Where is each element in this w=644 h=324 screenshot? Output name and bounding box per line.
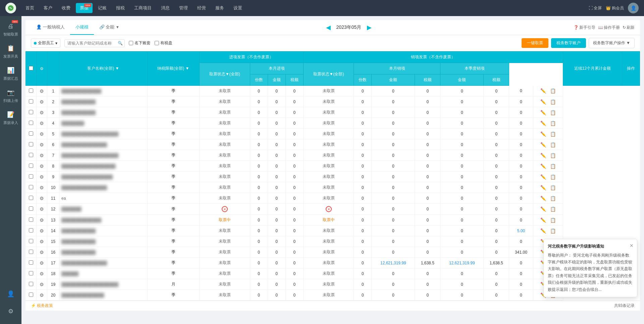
settings-icon[interactable]: ⚙ xyxy=(39,141,45,148)
nav-item-报税[interactable]: 报税 xyxy=(112,3,129,13)
td-settings[interactable]: ⚙ xyxy=(37,86,47,96)
row-check[interactable] xyxy=(29,217,33,222)
settings-icon[interactable]: ⚙ xyxy=(39,228,45,234)
copy-icon[interactable]: 📋 xyxy=(549,131,556,137)
quarter-amount-link[interactable]: 12,621,319.99 xyxy=(449,261,475,265)
td-name[interactable]: ████████████████████ xyxy=(59,279,148,290)
td-settings[interactable]: ⚙ xyxy=(37,139,47,150)
copy-icon[interactable]: 📋 xyxy=(549,99,556,105)
row-check[interactable] xyxy=(29,131,33,136)
digital-account-btn[interactable]: 税务数字账户 xyxy=(551,38,586,48)
td-check[interactable] xyxy=(26,107,37,118)
new-guide-btn[interactable]: ❓ 新手引导 xyxy=(574,25,595,30)
copy-icon[interactable]: 📋 xyxy=(549,217,556,223)
tab-small-scale[interactable]: 小规模 xyxy=(70,20,94,35)
td-check[interactable] xyxy=(26,225,37,236)
settings-icon[interactable]: ⚙ xyxy=(39,88,45,94)
popup-close-btn[interactable]: ✕ xyxy=(630,242,634,249)
row-check[interactable] xyxy=(29,271,33,275)
nav-item-工商项目[interactable]: 工商项目 xyxy=(130,3,156,13)
settings-icon[interactable]: ⚙ xyxy=(39,131,45,137)
row-check[interactable] xyxy=(29,206,33,211)
edit-icon[interactable]: ✏️ xyxy=(540,195,547,202)
copy-icon[interactable]: 📋 xyxy=(549,120,556,127)
td-name[interactable]: ea xyxy=(59,193,148,204)
row-check[interactable] xyxy=(29,164,33,168)
sidebar-item-智能取票[interactable]: new🖨智能取票 xyxy=(1,19,20,40)
settings-icon[interactable]: ⚙ xyxy=(39,249,45,256)
search-icon[interactable]: 🔍 xyxy=(118,41,123,46)
nav-item-票据[interactable]: 票据new xyxy=(76,3,93,13)
settings-icon[interactable]: ⚙ xyxy=(39,163,45,170)
sidebar-bottom-item-1[interactable]: ⚙ xyxy=(1,304,20,319)
td-settings[interactable]: ⚙ xyxy=(37,193,47,204)
td-settings[interactable]: ⚙ xyxy=(37,268,47,279)
td-check[interactable] xyxy=(26,129,37,139)
app-logo[interactable] xyxy=(5,3,16,13)
td-name[interactable]: ████████████ xyxy=(59,225,148,236)
row-check[interactable] xyxy=(29,121,33,125)
nav-item-首页[interactable]: 首页 xyxy=(21,3,38,13)
row-check[interactable] xyxy=(29,196,33,200)
settings-icon[interactable]: ⚙ xyxy=(39,184,45,191)
nav-item-客户[interactable]: 客户 xyxy=(40,3,56,13)
sidebar-item-票据录入[interactable]: 📝票据录入 xyxy=(1,107,20,128)
row-check[interactable] xyxy=(29,228,33,233)
th-out-status[interactable]: 取票状态▼(全部) xyxy=(303,63,354,86)
td-name[interactable]: ████████████ xyxy=(59,107,148,118)
td-name[interactable]: ███████████████████ xyxy=(59,161,148,172)
row-check[interactable] xyxy=(29,153,33,157)
select-all-check[interactable] xyxy=(29,66,33,70)
td-settings[interactable]: ⚙ xyxy=(37,225,47,236)
settings-icon[interactable]: ⚙ xyxy=(39,270,45,277)
td-check[interactable] xyxy=(26,172,37,182)
td-name[interactable]: ████████████ xyxy=(59,96,148,107)
td-name[interactable]: ████████████ xyxy=(59,247,148,258)
td-settings[interactable]: ⚙ xyxy=(37,182,47,193)
sidebar-item-扫描上传[interactable]: 📷扫描上传 xyxy=(1,85,20,106)
td-settings[interactable]: ⚙ xyxy=(37,172,47,182)
down-account-check[interactable] xyxy=(129,41,133,45)
tab-general-taxpayer[interactable]: 👤 一般纳税人 xyxy=(31,20,70,35)
td-name[interactable]: ██████████████████ xyxy=(59,172,148,182)
td-settings[interactable]: ⚙ xyxy=(37,258,47,268)
td-settings[interactable]: ⚙ xyxy=(37,247,47,258)
edit-icon[interactable]: ✏️ xyxy=(540,174,547,180)
edit-icon[interactable]: ✏️ xyxy=(540,99,547,105)
nav-item-经营[interactable]: 经营 xyxy=(193,3,210,13)
tab-all[interactable]: 🔗 全能 ▾ xyxy=(94,20,124,35)
edit-icon[interactable]: ✏️ xyxy=(540,87,547,94)
settings-icon[interactable]: ⚙ xyxy=(39,260,45,266)
td-check[interactable] xyxy=(26,182,37,193)
refresh-btn[interactable]: ↻ 刷新 xyxy=(623,25,635,30)
td-check[interactable] xyxy=(26,150,37,161)
edit-icon[interactable]: ✏️ xyxy=(540,163,547,170)
nav-item-设置[interactable]: 设置 xyxy=(229,3,246,13)
fullscreen-btn[interactable]: ⛶ 全屏 xyxy=(589,5,602,11)
th-tax-quota[interactable]: 纳税限额(全部) ▼ xyxy=(147,52,199,86)
td-name[interactable]: ████████████████ xyxy=(59,182,148,193)
copy-icon[interactable]: 📋 xyxy=(549,195,556,202)
edit-icon[interactable]: ✏️ xyxy=(540,109,547,116)
nav-item-记账[interactable]: 记账 xyxy=(94,3,111,13)
amount-link[interactable]: 12,621,319.99 xyxy=(380,261,406,265)
td-name[interactable]: ███████ xyxy=(59,204,148,215)
sidebar-bottom-item-0[interactable]: 👤 xyxy=(1,286,20,301)
settings-icon[interactable]: ⚙ xyxy=(39,206,45,212)
settings-icon[interactable]: ⚙ xyxy=(39,195,45,202)
td-check[interactable] xyxy=(26,247,37,258)
nav-item-收费[interactable]: 收费 xyxy=(58,3,74,13)
settings-icon[interactable]: ⚙ xyxy=(39,152,45,159)
td-name[interactable]: ████████████████████ xyxy=(59,150,148,161)
settings-icon[interactable]: ⚙ xyxy=(39,174,45,180)
td-name[interactable]: ██████████████ xyxy=(59,86,148,96)
row-check[interactable] xyxy=(29,250,33,254)
row-check[interactable] xyxy=(29,260,33,265)
td-settings[interactable]: ⚙ xyxy=(37,161,47,172)
manual-btn[interactable]: 📖 操作手册 xyxy=(598,25,620,30)
td-check[interactable] xyxy=(26,86,37,96)
settings-icon[interactable]: ⚙ xyxy=(39,217,45,223)
td-check[interactable] xyxy=(26,161,37,172)
member-btn[interactable]: 👑 购会员 xyxy=(606,5,624,11)
td-name[interactable]: ████████ xyxy=(59,118,148,129)
